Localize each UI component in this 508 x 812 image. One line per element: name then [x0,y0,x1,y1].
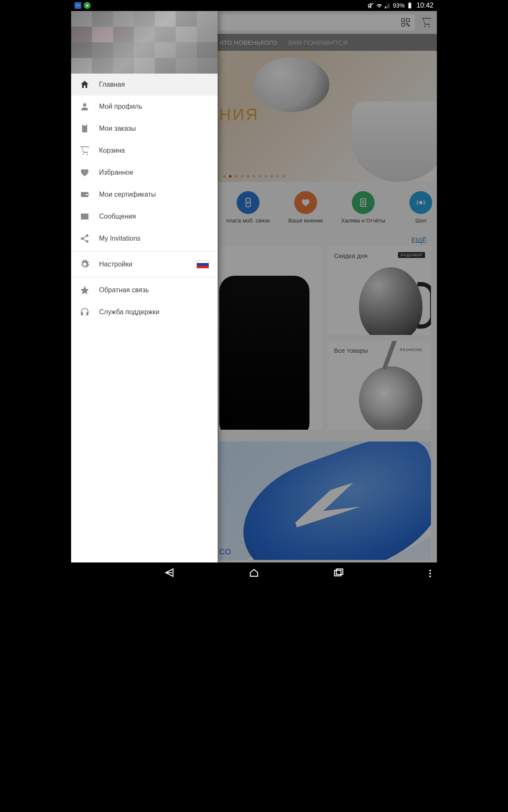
user-icon [80,102,90,112]
share-icon [80,233,90,244]
heart-icon [80,167,90,178]
recent-apps-button[interactable] [332,567,345,580]
nav-label: Избранное [99,169,209,176]
drawer-menu: Главная Мой профиль Мои заказы Корзина [71,74,218,323]
back-button[interactable] [163,567,176,580]
nav-settings[interactable]: Настройки [71,253,218,275]
nav-label: Корзина [99,147,209,154]
nav-label: Мои заказы [99,125,209,132]
nav-certificates[interactable]: Мои сертификаты [71,184,218,206]
nav-label: Служба поддержки [99,308,209,316]
clipboard-icon [80,123,90,134]
nav-orders[interactable]: Мои заказы [71,118,218,140]
svg-rect-16 [82,125,87,132]
home-icon [80,80,90,90]
svg-point-22 [86,235,88,236]
nav-label: Мой профиль [99,103,209,110]
nav-support[interactable]: Служба поддержки [71,301,218,323]
drawer-user-header[interactable] [71,11,218,74]
menu-divider [71,251,218,252]
svg-point-21 [86,194,88,195]
status-indicator-icon: ⋯ [75,2,81,9]
nav-label: Сообщения [99,213,209,220]
gear-icon [80,259,90,269]
svg-line-25 [83,236,86,238]
svg-line-26 [83,239,86,241]
menu-divider [71,277,218,277]
svg-rect-28 [337,569,343,574]
svg-point-15 [83,103,86,107]
wallet-icon [80,189,90,200]
avatar [71,11,218,74]
nav-messages[interactable]: Сообщения [71,206,218,228]
android-nav-bar [71,562,437,584]
svg-point-24 [86,241,88,242]
navigation-drawer: Главная Мой профиль Мои заказы Корзина [71,11,218,562]
svg-rect-17 [83,124,86,126]
svg-point-19 [87,154,88,155]
battery-percentage: 93% [393,2,405,9]
screen: ЧТО НОВЕНЬКОГО ВАМ ПОНРАВИТСЯ НИЯ ₽ плат… [71,11,437,562]
nav-label: Настройки [99,261,187,268]
cart-icon [80,145,90,156]
nav-invitations[interactable]: My Invitations [71,228,218,250]
headset-icon [80,307,90,317]
mute-icon [367,2,374,9]
nav-wishlist[interactable]: Избранное [71,162,218,184]
nav-label: My Invitations [99,235,209,242]
status-indicator-icon: ● [84,2,91,9]
signal-icon [384,2,391,9]
svg-point-18 [83,154,84,155]
wifi-icon [376,2,383,9]
android-status-bar: ⋯ ● 93% 10:42 [71,0,437,11]
status-clock: 10:42 [417,2,433,9]
nav-cart[interactable]: Корзина [71,140,218,162]
nav-profile[interactable]: Мой профиль [71,96,218,118]
nav-home[interactable]: Главная [71,74,218,96]
svg-rect-1 [409,3,411,8]
nav-label: Главная [99,81,209,88]
svg-rect-27 [334,571,341,576]
nav-label: Мои сертификаты [99,191,209,198]
star-icon [80,285,90,295]
nav-feedback[interactable]: Обратная связь [71,279,218,301]
flag-russia-icon [196,260,209,269]
battery-icon [406,2,413,9]
home-button[interactable] [248,567,260,580]
svg-point-23 [81,238,83,239]
overflow-menu-button[interactable] [429,570,431,577]
nav-label: Обратная связь [99,286,209,294]
mail-icon [80,211,90,222]
svg-rect-2 [409,3,411,3]
